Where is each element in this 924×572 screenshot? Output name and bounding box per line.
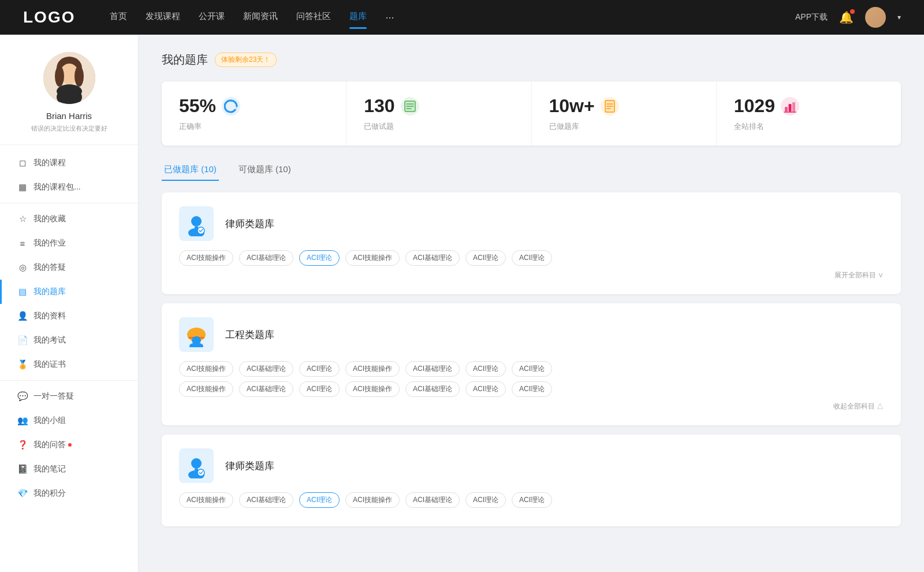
stat-done-questions: 130 已做试题: [346, 81, 531, 146]
expand-btn-1[interactable]: 展开全部科目 ∨: [179, 270, 884, 280]
list-icon: [404, 100, 416, 113]
my-qa-icon: ❓: [17, 440, 28, 450]
tag-active[interactable]: ACI理论: [299, 492, 340, 508]
menu-item-points[interactable]: 💎 我的积分: [0, 481, 138, 506]
stat-label: 全站排名: [734, 121, 884, 132]
profile-name: Brian Harris: [46, 111, 92, 121]
menu-item-1on1[interactable]: 💬 一对一答疑: [0, 384, 138, 408]
user-avatar[interactable]: [865, 7, 886, 28]
stat-top: 130: [364, 95, 513, 117]
stat-value: 130: [364, 95, 394, 117]
tag[interactable]: ACI理论: [465, 361, 506, 377]
menu-label: 一对一答疑: [33, 391, 74, 402]
sidebar-menu: ◻ 我的课程 ▦ 我的课程包... ☆ 我的收藏 ≡ 我的作业 ◎ 我的答疑 ▤: [0, 145, 138, 511]
tag[interactable]: ACI技能操作: [345, 381, 400, 397]
tab-done-banks[interactable]: 已做题库 (10): [162, 159, 219, 181]
notes-icon: 📓: [17, 464, 28, 474]
menu-item-qa[interactable]: ◎ 我的答疑: [0, 255, 138, 280]
page-container: Brian Harris 错误的决定比没有决定要好 ◻ 我的课程 ▦ 我的课程包…: [0, 35, 924, 572]
menu-label: 我的答疑: [33, 262, 66, 273]
app-download-btn[interactable]: APP下载: [795, 12, 828, 23]
menu-divider-2: [0, 380, 138, 381]
tags-row-2a: ACI技能操作 ACI基础理论 ACI理论 ACI技能操作 ACI基础理论 AC…: [179, 361, 884, 377]
nav-news[interactable]: 新闻资讯: [243, 11, 278, 24]
tag[interactable]: ACI理论: [299, 381, 340, 397]
tag[interactable]: ACI基础理论: [405, 250, 460, 266]
avatar-svg: [43, 52, 95, 104]
notification-bell[interactable]: 🔔: [839, 10, 854, 24]
svg-rect-20: [788, 104, 791, 112]
avatar-dropdown-icon[interactable]: ▾: [897, 13, 901, 21]
tag-active[interactable]: ACI理论: [299, 250, 340, 266]
svg-point-4: [74, 66, 84, 87]
sidebar: Brian Harris 错误的决定比没有决定要好 ◻ 我的课程 ▦ 我的课程包…: [0, 35, 139, 572]
nav-home[interactable]: 首页: [110, 11, 127, 24]
tag[interactable]: ACI基础理论: [405, 381, 460, 397]
tag[interactable]: ACI理论: [465, 492, 506, 508]
tag[interactable]: ACI技能操作: [345, 250, 400, 266]
menu-label: 我的资料: [33, 311, 66, 321]
page-header: 我的题库 体验剩余23天！: [162, 52, 901, 68]
tag[interactable]: ACI技能操作: [345, 492, 400, 508]
menu-item-favorites[interactable]: ☆ 我的收藏: [0, 207, 138, 231]
notification-dot: [850, 9, 855, 14]
tag[interactable]: ACI技能操作: [179, 492, 233, 508]
tag[interactable]: ACI技能操作: [179, 250, 233, 266]
menu-item-notes[interactable]: 📓 我的笔记: [0, 457, 138, 481]
menu-item-profile[interactable]: 👤 我的资料: [0, 304, 138, 328]
tags-row-1: ACI技能操作 ACI基础理论 ACI理论 ACI技能操作 ACI基础理论 AC…: [179, 250, 884, 266]
unread-dot: [68, 443, 72, 447]
group-icon: 👥: [17, 415, 28, 426]
tag[interactable]: ACI理论: [465, 250, 506, 266]
stat-done-banks: 10w+ 已做题库: [532, 81, 717, 146]
tag[interactable]: ACI基础理论: [239, 381, 293, 397]
stat-value: 55%: [179, 95, 216, 117]
tag[interactable]: ACI理论: [512, 381, 552, 397]
tag[interactable]: ACI技能操作: [179, 361, 233, 377]
menu-item-homework[interactable]: ≡ 我的作业: [0, 231, 138, 255]
qbank-card-icon: [179, 206, 214, 241]
menu-item-cert[interactable]: 🏅 我的证书: [0, 352, 138, 377]
tag[interactable]: ACI基础理论: [239, 361, 293, 377]
menu-item-qbank[interactable]: ▤ 我的题库: [0, 280, 138, 304]
menu-item-my-courses[interactable]: ◻ 我的课程: [0, 151, 138, 175]
nav-opencourse[interactable]: 公开课: [199, 11, 225, 24]
tag[interactable]: ACI理论: [512, 250, 552, 266]
lawyer-icon-2: [184, 453, 209, 478]
nav-qa[interactable]: 问答社区: [296, 11, 331, 24]
qbank-card-icon: [179, 448, 214, 483]
sidebar-profile: Brian Harris 错误的决定比没有决定要好: [0, 35, 138, 145]
svg-point-25: [191, 216, 202, 226]
stat-top: 55%: [179, 95, 329, 117]
tag[interactable]: ACI理论: [512, 492, 552, 508]
tag[interactable]: ACI理论: [465, 381, 506, 397]
menu-item-exam[interactable]: 📄 我的考试: [0, 328, 138, 352]
nav-more[interactable]: ···: [385, 12, 394, 24]
qbank-title: 律师类题库: [225, 459, 274, 473]
nav-links: 首页 发现课程 公开课 新闻资讯 问答社区 题库 ···: [110, 11, 795, 24]
tag[interactable]: ACI基础理论: [405, 492, 460, 508]
qbank-header: 律师类题库: [179, 206, 884, 241]
tags-row-2b: ACI技能操作 ACI基础理论 ACI理论 ACI技能操作 ACI基础理论 AC…: [179, 381, 884, 397]
tag[interactable]: ACI基础理论: [405, 361, 460, 377]
tag[interactable]: ACI技能操作: [179, 381, 233, 397]
tab-available-banks[interactable]: 可做题库 (10): [236, 159, 293, 181]
tag[interactable]: ACI理论: [299, 361, 340, 377]
menu-item-my-qa[interactable]: ❓ 我的问答: [0, 433, 138, 457]
svg-point-3: [55, 66, 64, 87]
accuracy-icon: [222, 97, 240, 116]
menu-item-course-package[interactable]: ▦ 我的课程包...: [0, 175, 138, 199]
nav-discover[interactable]: 发现课程: [146, 11, 180, 24]
tag[interactable]: ACI理论: [512, 361, 552, 377]
tag[interactable]: ACI技能操作: [345, 361, 400, 377]
trial-badge: 体验剩余23天！: [215, 53, 277, 67]
menu-label: 我的收藏: [33, 214, 66, 224]
doc-icon: [603, 100, 616, 113]
tag[interactable]: ACI基础理论: [239, 250, 293, 266]
menu-item-group[interactable]: 👥 我的小组: [0, 408, 138, 433]
tag[interactable]: ACI基础理论: [239, 492, 293, 508]
menu-label: 我的课程: [33, 158, 66, 168]
collapse-btn-2[interactable]: 收起全部科目 △: [179, 402, 884, 411]
stat-label: 正确率: [179, 121, 329, 132]
nav-qbank[interactable]: 题库: [349, 11, 367, 24]
